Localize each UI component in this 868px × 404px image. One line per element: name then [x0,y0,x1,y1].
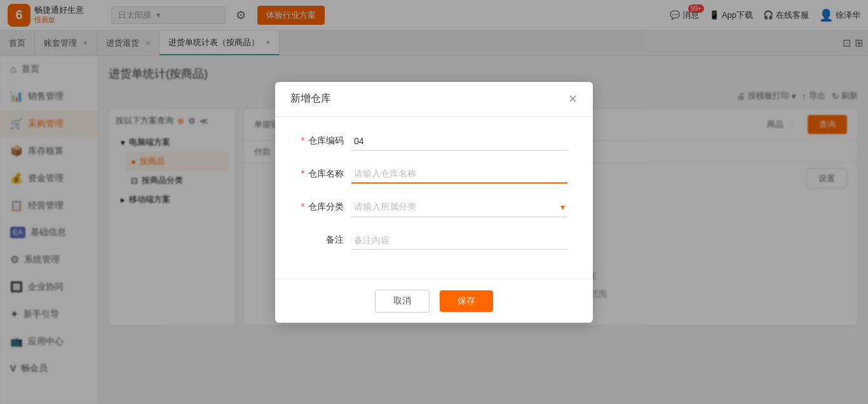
category-select[interactable]: 请输入所属分类 ▾ [351,198,567,217]
modal-title: 新增仓库 [290,92,331,105]
name-input[interactable] [351,165,567,184]
code-label: * 仓库编码 [301,135,351,147]
modal-close-button[interactable]: ✕ [568,92,578,106]
category-placeholder: 请输入所属分类 [354,201,416,213]
form-row-category: * 仓库分类 请输入所属分类 ▾ [301,198,567,217]
modal-footer: 取消 保存 [275,279,593,323]
save-button[interactable]: 保存 [440,290,493,312]
modal-overlay: 新增仓库 ✕ * 仓库编码 * 仓库名称 [0,0,868,404]
modal-header: 新增仓库 ✕ [275,82,593,117]
code-input[interactable] [351,132,567,151]
cancel-button[interactable]: 取消 [375,290,430,313]
note-label: 备注 [301,234,351,246]
category-label: * 仓库分类 [301,201,351,213]
note-input[interactable] [351,231,567,250]
form-row-code: * 仓库编码 [301,132,567,151]
modal: 新增仓库 ✕ * 仓库编码 * 仓库名称 [275,82,593,323]
name-label: * 仓库名称 [301,168,351,180]
form-row-name: * 仓库名称 [301,165,567,184]
select-chevron-icon: ▾ [560,202,565,212]
modal-body: * 仓库编码 * 仓库名称 * 仓库分类 请输入所属 [275,117,593,279]
form-row-note: 备注 [301,231,567,250]
